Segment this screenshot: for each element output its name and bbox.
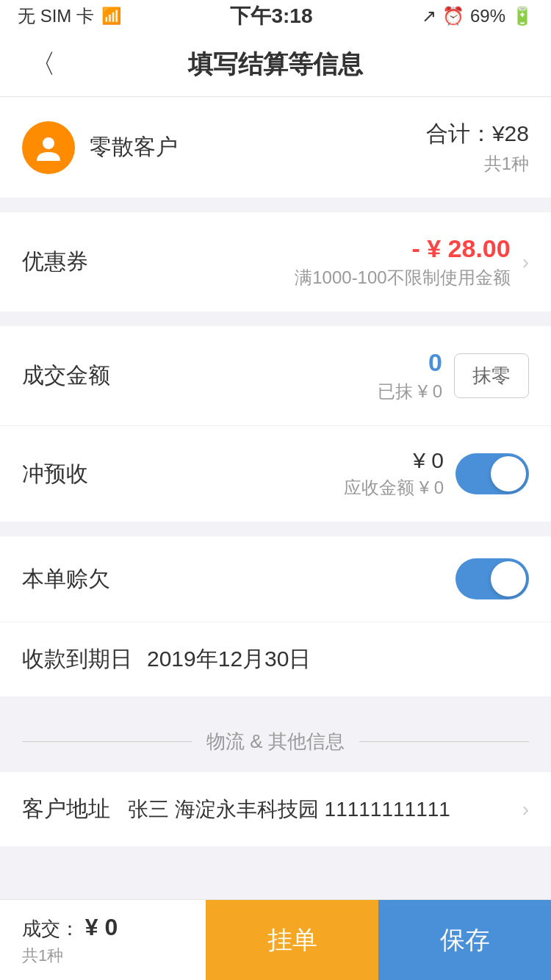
hang-button[interactable]: 挂单 <box>206 900 378 980</box>
chevron-right-icon: › <box>522 251 529 274</box>
round-button[interactable]: 抹零 <box>454 353 529 398</box>
arrears-row: 本单赊欠 <box>0 536 551 621</box>
coupon-right: - ¥ 28.00 满1000-100不限制使用金额 › <box>295 234 529 289</box>
address-chevron-icon: › <box>522 798 529 821</box>
status-left: 无 SIM 卡 📶 <box>18 4 121 28</box>
prepayment-value: ¥ 0 <box>344 448 444 473</box>
coupon-value-block: - ¥ 28.00 满1000-100不限制使用金额 <box>295 234 510 289</box>
coupon-section: 优惠券 - ¥ 28.00 满1000-100不限制使用金额 › <box>0 212 551 311</box>
amount-section: 成交金额 0 已抹 ¥ 0 抹零 冲预收 ¥ 0 应收金额 ¥ 0 <box>0 326 551 522</box>
customer-count: 共1种 <box>426 152 529 176</box>
sim-label: 无 SIM 卡 <box>18 4 94 28</box>
bottom-amount-row: 成交： ¥ 0 <box>22 914 184 942</box>
bottom-bar: 成交： ¥ 0 共1种 挂单 保存 <box>0 899 551 980</box>
prepayment-right: ¥ 0 应收金额 ¥ 0 <box>344 448 529 500</box>
discount-value: - ¥ 28.00 <box>295 234 510 263</box>
wifi-icon: 📶 <box>101 7 121 26</box>
prepayment-value-block: ¥ 0 应收金额 ¥ 0 <box>344 448 444 500</box>
svg-point-0 <box>43 137 54 149</box>
alarm-icon: ⏰ <box>442 6 464 26</box>
bottom-deal-value: ¥ 0 <box>85 914 118 940</box>
customer-total: 合计：¥28 <box>426 119 529 149</box>
location-icon: ↗ <box>422 6 436 26</box>
battery-label: 69% <box>470 6 505 26</box>
nav-bar: 〈 填写结算等信息 <box>0 32 551 97</box>
address-value: 张三 海淀永丰科技园 11111111111 <box>128 796 522 824</box>
prepayment-toggle[interactable] <box>455 453 529 494</box>
avatar <box>22 121 75 174</box>
deal-amount-row: 成交金额 0 已抹 ¥ 0 抹零 <box>0 326 551 426</box>
arrears-label: 本单赊欠 <box>22 564 110 594</box>
bottom-count: 共1种 <box>22 945 184 967</box>
status-bar: 无 SIM 卡 📶 下午3:18 ↗ ⏰ 69% 🔋 <box>0 0 551 32</box>
divider-left <box>22 741 192 742</box>
customer-name: 零散客户 <box>90 132 178 162</box>
deal-amount-sub: 已抹 ¥ 0 <box>378 380 442 403</box>
save-button[interactable]: 保存 <box>378 900 551 980</box>
prepayment-row: 冲预收 ¥ 0 应收金额 ¥ 0 <box>0 426 551 522</box>
due-date-row: 收款到期日 2019年12月30日 <box>0 621 551 696</box>
coupon-label: 优惠券 <box>22 247 88 277</box>
customer-summary: 合计：¥28 共1种 <box>426 119 529 176</box>
deal-amount-label: 成交金额 <box>22 361 110 391</box>
arrears-toggle[interactable] <box>455 558 529 599</box>
main-content: 零散客户 合计：¥28 共1种 优惠券 - ¥ 28.00 满1000-100不… <box>0 97 551 949</box>
deal-amount-value-block: 0 已抹 ¥ 0 <box>378 348 442 403</box>
due-date-value[interactable]: 2019年12月30日 <box>147 644 311 674</box>
logistics-label: 物流 & 其他信息 <box>206 729 345 754</box>
customer-row: 零散客户 合计：¥28 共1种 <box>0 97 551 198</box>
status-time: 下午3:18 <box>230 2 312 30</box>
deal-amount-value[interactable]: 0 <box>378 348 442 377</box>
prepayment-label: 冲预收 <box>22 459 88 489</box>
bottom-deal-label: 成交： <box>22 918 79 940</box>
coupon-row[interactable]: 优惠券 - ¥ 28.00 满1000-100不限制使用金额 › <box>0 212 551 311</box>
bottom-info: 成交： ¥ 0 共1种 <box>0 914 206 967</box>
status-right: ↗ ⏰ 69% 🔋 <box>422 6 533 26</box>
arrears-section: 本单赊欠 收款到期日 2019年12月30日 <box>0 536 551 696</box>
address-label: 客户地址 <box>22 794 110 824</box>
discount-desc: 满1000-100不限制使用金额 <box>295 266 510 289</box>
customer-left: 零散客户 <box>22 121 178 174</box>
arrears-toggle-knob <box>491 561 526 597</box>
page-title: 填写结算等信息 <box>188 48 363 82</box>
address-row[interactable]: 客户地址 张三 海淀永丰科技园 11111111111 › <box>0 772 551 846</box>
deal-amount-right: 0 已抹 ¥ 0 抹零 <box>378 348 529 403</box>
logistics-divider: 物流 & 其他信息 <box>0 711 551 772</box>
battery-icon: 🔋 <box>511 6 533 26</box>
back-button[interactable]: 〈 <box>22 39 63 90</box>
divider-right <box>359 741 529 742</box>
toggle-knob <box>491 456 526 491</box>
due-date-label: 收款到期日 <box>22 644 132 674</box>
prepayment-sub: 应收金额 ¥ 0 <box>344 476 444 500</box>
